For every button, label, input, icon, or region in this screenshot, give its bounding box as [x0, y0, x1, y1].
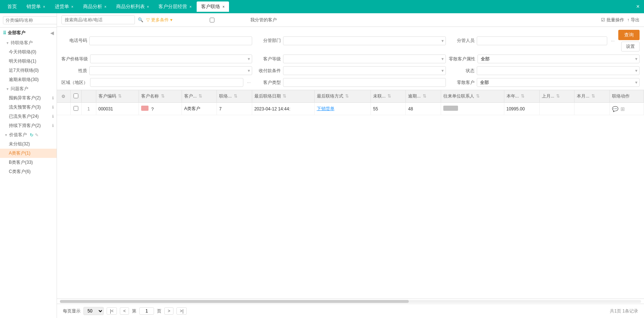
filter-price-select[interactable] — [90, 54, 252, 63]
first-page-btn[interactable]: |< — [107, 307, 117, 315]
query-button[interactable]: 查询 — [618, 30, 640, 40]
filter-payment-select[interactable] — [283, 66, 446, 75]
filter-scatter-cust-select[interactable]: 全部 — [477, 78, 640, 87]
sidebar-item-b-class[interactable]: B类客户(33) — [0, 158, 57, 167]
sidebar-item-tomorrow[interactable]: 明天待联络(1) — [0, 57, 57, 66]
sidebar-collapse-btn[interactable]: ◀ — [50, 31, 54, 36]
sidebar-item-week[interactable]: 近7天待联络(0) — [0, 66, 57, 75]
next-page-btn[interactable]: > — [164, 307, 173, 315]
filter-scatter-cust-label: 零散客户 — [449, 80, 475, 86]
col-last-month-header[interactable]: 上月... ⇅ — [539, 90, 574, 103]
sidebar-item-declining[interactable]: 持续下滑客户(2) ℹ — [0, 121, 57, 130]
nav-tab-sales[interactable]: 销货单 × — [22, 1, 50, 12]
row-overdue-cell: 48 — [406, 103, 441, 115]
my-customers-checkbox[interactable] — [175, 18, 249, 22]
col-last-date-header[interactable]: 最后联络日期 ⇅ — [252, 90, 314, 103]
refresh-icon[interactable]: ↻ — [30, 132, 33, 138]
col-contact-count-header[interactable]: 联络... ⇅ — [217, 90, 252, 103]
sort-name-icon: ⇅ — [161, 93, 165, 99]
filter-person-label: 分管人员 — [449, 38, 475, 44]
sidebar-all-customers[interactable]: ⠿ 全部客户 ◀ — [0, 28, 57, 38]
filter-phone-input[interactable] — [89, 36, 252, 45]
col-no-contact-header[interactable]: 未联... ⇅ — [371, 90, 406, 103]
sidebar-value-group[interactable]: ▼ 价值客户 ↻ ✎ — [0, 130, 57, 139]
more-filters-btn[interactable]: ▽ 更多条件 ▾ — [146, 17, 172, 23]
row-this-year-cell: 10995.00 — [504, 103, 539, 115]
sidebar-item-churn-warning[interactable]: 流失预警客户(3) ℹ — [0, 103, 57, 112]
edit-icon[interactable]: ✎ — [35, 132, 39, 138]
filter-region-dots[interactable]: ··· — [246, 80, 252, 85]
sidebar-item-a-class[interactable]: A类客户(1) — [0, 149, 57, 158]
select-all-checkbox[interactable] — [74, 93, 78, 98]
nav-tab-customer-contact[interactable]: 客户联络 × — [197, 1, 229, 12]
close-goods-analysis-tab[interactable]: × — [104, 5, 107, 9]
filter-dept-select[interactable] — [283, 36, 446, 45]
scroll-thumb[interactable] — [60, 300, 409, 303]
col-this-year-header[interactable]: 本年... ⇅ — [504, 90, 539, 103]
sidebar-problem-group[interactable]: 问题客户 — [0, 84, 57, 93]
filter-cust-type-label: 客户类型 — [255, 80, 281, 86]
nav-tab-purchase[interactable]: 进货单 × — [50, 1, 78, 12]
filter-payment-wrap: ▾ — [283, 66, 446, 75]
filter-cust-level-select[interactable] — [283, 54, 446, 63]
filter-nature-select[interactable] — [89, 66, 252, 75]
settings-button[interactable]: 设置 — [621, 42, 640, 52]
close-goods-list-tab[interactable]: × — [147, 5, 149, 9]
col-this-month-header[interactable]: 本月... ⇅ — [575, 90, 609, 103]
page-size-select[interactable]: 50 100 200 — [83, 307, 104, 315]
sort-overdue-icon: ⇅ — [423, 93, 426, 99]
filter-cust-type-input[interactable] — [283, 78, 446, 87]
prev-page-btn[interactable]: < — [120, 307, 129, 315]
row-name-cell: ? — [139, 103, 182, 115]
export-btn[interactable]: ↑ 导出 — [627, 17, 640, 23]
page-input[interactable] — [139, 307, 154, 315]
close-customer-contact-tab[interactable]: × — [222, 5, 225, 9]
close-purchase-tab[interactable]: × — [71, 5, 74, 9]
sidebar-item-c-class[interactable]: C类客户(6) — [0, 167, 57, 176]
grid-icon[interactable]: ⊞ — [620, 106, 625, 112]
batch-op-btn[interactable]: ☑ 批量操作 — [601, 17, 624, 23]
horizontal-scrollbar[interactable] — [57, 298, 644, 304]
filter-person-input[interactable] — [477, 36, 607, 45]
sidebar-item-abnormal[interactable]: 囤购异常客户(2) ℹ — [0, 93, 57, 103]
col-type-header[interactable]: 客户... ⇅ — [182, 90, 217, 103]
my-customers-check[interactable]: 我分管的客户 — [175, 17, 277, 23]
row-checkbox[interactable] — [74, 106, 78, 111]
nav-tab-home[interactable]: 首页 — [3, 1, 21, 12]
nav-tab-customer-tier[interactable]: 客户分层经营 × — [154, 1, 196, 12]
nav-tab-goods-analysis[interactable]: 商品分析 × — [79, 1, 111, 12]
col-name-header[interactable]: 客户名称 ⇅ — [139, 90, 182, 103]
sidebar-search-input[interactable] — [3, 16, 57, 24]
col-code-header[interactable]: 客户编码 ⇅ — [96, 90, 139, 103]
filter-dept: 分管部门 ▾ — [255, 36, 446, 45]
close-customer-tier-tab[interactable]: × — [189, 5, 192, 9]
filter-cust-type: 客户类型 — [255, 78, 446, 87]
last-page-btn[interactable]: >| — [176, 307, 187, 315]
nav-tab-goods-list[interactable]: 商品分析列表 × — [112, 1, 154, 12]
settings-icon[interactable]: ⚙ — [61, 94, 65, 99]
filter-phone: 电话号码 — [61, 36, 252, 45]
sort-code-icon: ⇅ — [118, 93, 122, 99]
sidebar-pending-group[interactable]: 待联络客户 — [0, 38, 57, 47]
sidebar-item-ungroup[interactable]: 未分组(32) — [0, 139, 57, 149]
sidebar-item-overdue[interactable]: 逾期未联络(30) — [0, 75, 57, 84]
close-all-tabs[interactable]: × — [635, 2, 641, 11]
close-sales-tab[interactable]: × — [43, 5, 45, 9]
filter-person-dots[interactable]: ··· — [609, 38, 616, 43]
filter-person: 分管人员 ··· 查询 设置 — [449, 30, 640, 52]
col-last-method-header[interactable]: 最后联络方式 ⇅ — [314, 90, 371, 103]
main-search-icon[interactable]: 🔍 — [138, 17, 143, 22]
main-search-input[interactable] — [61, 15, 135, 24]
last-method-link[interactable]: 下销货单 — [317, 106, 334, 111]
comment-icon[interactable]: 💬 — [612, 106, 618, 112]
sidebar-item-today[interactable]: 今天待联络(0) — [0, 47, 57, 57]
col-overdue-header[interactable]: 逾期... ⇅ — [406, 90, 441, 103]
info-icon-abnormal: ℹ — [52, 96, 54, 100]
filter-status-select[interactable] — [477, 66, 640, 75]
filter-region-input[interactable] — [90, 78, 243, 87]
col-contact-person-header[interactable]: 往来单位联系人 ⇅ — [441, 90, 504, 103]
sort-contact-icon: ⇅ — [234, 93, 237, 99]
filter-scatter-select[interactable]: 全部 — [477, 54, 640, 63]
sidebar-item-churned[interactable]: 已流失客户(24) ℹ — [0, 112, 57, 121]
sort-last-month-icon: ⇅ — [556, 93, 560, 99]
